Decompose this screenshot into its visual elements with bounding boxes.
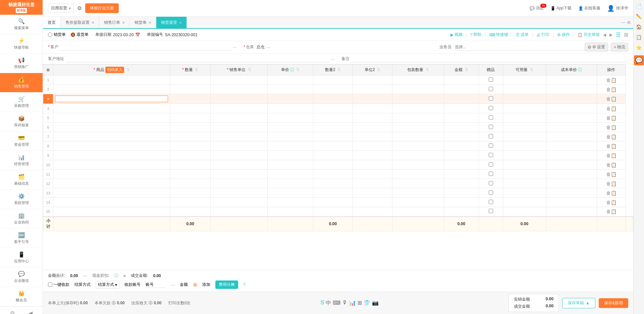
tab-sales-return[interactable]: 销货退货 ✕	[156, 17, 187, 28]
cell-gift[interactable]	[479, 85, 503, 94]
bottom-icon-3[interactable]: ⌨	[333, 300, 340, 307]
sidebar-item-marketing[interactable]: 📢 营销推广	[0, 54, 43, 73]
amount-sort-icon[interactable]: ⇅	[465, 67, 468, 72]
sidebar-item-operations[interactable]: 📊 经营管理	[0, 151, 43, 170]
copy-btn[interactable]: 📋	[611, 125, 616, 130]
delete-btn[interactable]: 🗑	[606, 125, 611, 130]
delete-btn[interactable]: 🗑	[606, 200, 611, 205]
delete-btn[interactable]: 🗑	[606, 77, 611, 83]
sidebar-item-inventory[interactable]: 📦 库存核算	[0, 112, 43, 131]
fee-split-btn[interactable]: 费用分摊	[215, 280, 238, 289]
sidebar-item-sales[interactable]: 💰 销售管理	[0, 73, 43, 92]
tab-sales[interactable]: 销货单 ✕	[130, 17, 156, 28]
cell-action[interactable]: 🗑📋	[597, 160, 626, 170]
tab-price-settings-close[interactable]: ✕	[92, 21, 94, 24]
history-btn[interactable]: 📋 历史单据	[578, 32, 600, 38]
gift-checkbox[interactable]	[489, 77, 493, 82]
cell-product[interactable]	[53, 104, 170, 113]
topbar-gear-icon[interactable]: ⚙	[77, 5, 82, 11]
gift-checkbox[interactable]	[489, 106, 493, 110]
delete-btn[interactable]: 🗑	[606, 87, 611, 92]
sidebar-item-search[interactable]: 🔍 搜索菜单	[0, 15, 43, 34]
exp-btn[interactable]: 体验行业方案	[85, 3, 119, 13]
cell-action[interactable]: 🗑📋	[597, 132, 626, 141]
cell-gift[interactable]	[479, 198, 503, 207]
sidebar-item-wechat[interactable]: 💬 企业微信	[0, 267, 43, 287]
nav-prev-icon[interactable]: ◀	[603, 33, 606, 37]
tab-price-settings[interactable]: 售价提取设置 ✕	[61, 17, 99, 28]
cell-gift[interactable]	[479, 170, 503, 179]
qty-sort-icon[interactable]: ⇅	[195, 67, 198, 72]
save-new-btn[interactable]: 保存&新增	[599, 298, 628, 308]
cell-action[interactable]: 🗑📋	[597, 170, 626, 179]
unit2-sort-icon[interactable]: ⇅	[377, 67, 380, 72]
cell-action[interactable]: 🗑📋	[597, 198, 626, 207]
delete-btn[interactable]: 🗑	[606, 162, 611, 168]
gift-checkbox[interactable]	[489, 125, 493, 129]
customer-dots-btn[interactable]: ···	[233, 45, 237, 50]
delete-btn[interactable]: 🗑	[606, 181, 611, 186]
user-menu[interactable]: 👤 徐泽华	[607, 5, 628, 12]
cell-action[interactable]: 🗑📋	[597, 94, 626, 104]
gift-checkbox[interactable]	[489, 87, 493, 91]
rp-icon-2[interactable]: ✏️	[636, 14, 642, 19]
cell-gift[interactable]	[479, 179, 503, 188]
fee-info-icon[interactable]: ?	[243, 282, 246, 287]
radio-return-input[interactable]	[71, 33, 75, 37]
remark-input[interactable]	[351, 55, 628, 62]
view-grid-icon[interactable]: ⊞	[624, 32, 628, 38]
minimize-icon[interactable]: —	[622, 20, 626, 25]
select-doc-btn[interactable]: ☰ 选单	[516, 32, 529, 38]
customer-input[interactable]	[60, 44, 231, 51]
cell-gift[interactable]	[479, 160, 503, 170]
message-btn[interactable]: 💬 消息 70	[530, 5, 544, 11]
nav-next-icon[interactable]: ▶	[609, 33, 612, 37]
one-key-collect-checkbox[interactable]	[48, 282, 52, 287]
radio-return[interactable]: 退货单	[71, 32, 89, 38]
gift-checkbox[interactable]	[489, 143, 493, 148]
copy-btn[interactable]: 📋	[611, 115, 616, 121]
cell-gift[interactable]	[479, 113, 503, 123]
sidebar-settings-icon[interactable]: ⚙	[10, 310, 15, 314]
sidebar-item-shortcut[interactable]: ⚡ 快捷导航	[0, 34, 43, 54]
copy-btn[interactable]: 📋	[611, 190, 616, 196]
cell-product[interactable]	[53, 123, 170, 132]
maximize-icon[interactable]: ⊞	[627, 20, 631, 25]
rp-icon-1[interactable]: 📄	[636, 3, 642, 9]
th-settings-icon[interactable]: ⚙	[46, 68, 50, 72]
gift-checkbox[interactable]	[489, 153, 493, 157]
copy-btn[interactable]: 📋	[611, 87, 616, 92]
cell-product[interactable]	[53, 170, 170, 179]
cost-price-info-icon[interactable]: ⓘ	[578, 67, 582, 72]
cell-product[interactable]	[53, 198, 170, 207]
settings-btn[interactable]: ⚙ ⚙ 设置	[585, 43, 608, 52]
copy-btn[interactable]: 📋	[611, 172, 616, 177]
delete-btn[interactable]: 🗑	[606, 209, 611, 214]
copy-btn[interactable]: 📋	[611, 162, 616, 168]
sidebar-item-guide[interactable]: 🆕 新手引导	[0, 229, 43, 248]
gift-checkbox[interactable]	[489, 172, 493, 176]
cell-action[interactable]: 🗑📋	[597, 141, 626, 151]
cash-discount-info-icon[interactable]: ⓘ	[114, 273, 118, 278]
shortcut-key-btn[interactable]: ⌨ 快捷键	[489, 32, 508, 38]
copy-btn[interactable]: 📋	[611, 96, 616, 102]
copy-btn[interactable]: 📋	[611, 153, 616, 158]
one-key-collect-checkbox-label[interactable]: 一键收款	[48, 282, 69, 288]
app-download-btn[interactable]: 📱 App下载	[550, 5, 572, 11]
sidebar-item-system[interactable]: ⚙️ 系统管理	[0, 190, 43, 209]
rp-icon-6[interactable]: 💬	[634, 55, 644, 65]
delete-btn[interactable]: 🗑	[606, 106, 611, 111]
delete-btn[interactable]: 🗑	[606, 143, 611, 149]
tab-sales-return-close[interactable]: ✕	[179, 21, 182, 24]
bottom-icon-8[interactable]: 📷	[372, 300, 379, 307]
bottom-icon-1[interactable]: S	[320, 300, 324, 307]
cell-action[interactable]: 🗑📋	[597, 151, 626, 160]
cell-product[interactable]	[53, 113, 170, 123]
gift-checkbox[interactable]	[489, 209, 493, 213]
th-settings[interactable]: ⚙	[43, 65, 53, 75]
rp-icon-5[interactable]: ⭐	[636, 45, 642, 50]
add-row-btn[interactable]: +	[45, 96, 51, 102]
copy-btn[interactable]: 📋	[611, 200, 616, 205]
logistics-btn[interactable]: + 物流	[611, 43, 628, 52]
cell-gift[interactable]	[479, 141, 503, 151]
